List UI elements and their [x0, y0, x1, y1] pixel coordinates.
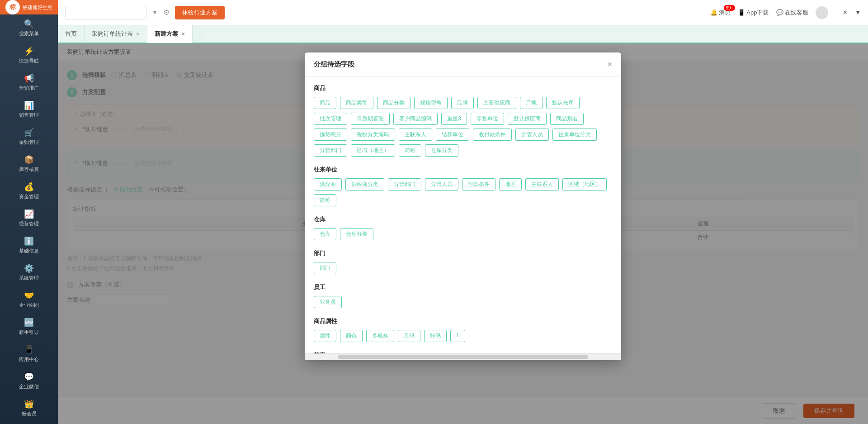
- tab-home[interactable]: 首页: [58, 25, 85, 43]
- modal-scrollbar[interactable]: [305, 353, 621, 360]
- field-tag-5-2[interactable]: 多规格: [366, 330, 394, 342]
- sidebar-bottom: ⚙ ◀◀: [0, 422, 58, 424]
- field-grid-0: 商品商品类型商品分类规格型号品牌主要供应商产地默认仓库批次管理保质期管理客户商品…: [314, 97, 612, 157]
- sidebar-icon-2: 📢: [24, 73, 34, 83]
- sidebar-logo[interactable]: 标 畅捷通好生意: [0, 0, 58, 14]
- tab-close-purchase[interactable]: ✕: [136, 31, 140, 37]
- topbar-settings-icon[interactable]: ⚙: [163, 8, 170, 17]
- field-tag-0-17[interactable]: 主联系人: [399, 129, 432, 141]
- field-tag-5-0[interactable]: 属性: [314, 330, 336, 342]
- field-tag-0-10[interactable]: 客户商品编码: [393, 113, 438, 125]
- sidebar-item-7[interactable]: 📈经营管理: [0, 205, 58, 232]
- tab-close-new-plan[interactable]: ✕: [181, 31, 185, 37]
- field-tag-0-11[interactable]: 重量3: [441, 113, 467, 125]
- field-tag-5-5[interactable]: 1: [450, 330, 465, 342]
- field-grid-4: 业务员: [314, 296, 612, 308]
- sidebar-label-4: 采购管理: [19, 139, 39, 146]
- sidebar-item-8[interactable]: ℹ️基础信息: [0, 232, 58, 259]
- field-section-2: 仓库仓库仓库分类: [314, 215, 612, 240]
- online-service-link[interactable]: 💬 在线客服: [776, 9, 809, 17]
- field-tag-0-18[interactable]: 结算单位: [436, 129, 469, 141]
- field-tag-0-2[interactable]: 商品分类: [377, 97, 410, 109]
- search-input[interactable]: [65, 6, 146, 19]
- field-tag-0-14[interactable]: 商品别名: [550, 113, 584, 125]
- notification-badge[interactable]: 🔔 99+ 消息: [710, 9, 731, 17]
- field-tag-0-25[interactable]: 仓库分类: [425, 144, 458, 157]
- field-tag-0-24[interactable]: 简称: [399, 144, 421, 157]
- sidebar-label-13: 企业微信: [19, 383, 39, 390]
- service-icon: 💬: [776, 9, 783, 16]
- field-tag-0-9[interactable]: 保质期管理: [351, 113, 390, 125]
- sidebar-icon-12: 📱: [24, 345, 34, 355]
- modal-close-btn[interactable]: ×: [607, 60, 612, 69]
- app-download-link[interactable]: 📱 App下载: [738, 9, 769, 17]
- content-area: 采购订单统计表方案设置 1 选择模板 汇总表 明细表 交叉统计表 2 方案配置 …: [58, 43, 868, 424]
- sidebar-item-14[interactable]: 👑畅会员: [0, 395, 58, 422]
- field-tag-0-15[interactable]: 拣货积分: [314, 129, 347, 141]
- sidebar-item-1[interactable]: ⚡快捷导航: [0, 42, 58, 69]
- topbar-close-icon[interactable]: ✕: [843, 9, 848, 16]
- field-tag-0-0[interactable]: 商品: [314, 97, 336, 109]
- field-tag-0-19[interactable]: 收付款条件: [473, 129, 512, 141]
- field-tag-1-6[interactable]: 主联系人: [525, 178, 559, 191]
- experience-btn[interactable]: 体验行业方案: [175, 6, 225, 19]
- sidebar-item-9[interactable]: ⚙️系统管理: [0, 259, 58, 286]
- field-tag-1-4[interactable]: 付款条件: [462, 178, 495, 191]
- field-tag-0-13[interactable]: 默认供应商: [508, 113, 547, 125]
- sidebar-item-12[interactable]: 📱应用中心: [0, 340, 58, 367]
- field-tag-1-3[interactable]: 分管人员: [425, 178, 458, 191]
- tab-purchase-order-stats[interactable]: 采购订单统计表 ✕: [85, 25, 147, 43]
- field-tag-0-20[interactable]: 分管人员: [515, 129, 549, 141]
- field-tag-1-0[interactable]: 供应商: [314, 178, 342, 191]
- field-tag-0-22[interactable]: 分管部门: [314, 144, 347, 157]
- field-tag-1-5[interactable]: 地区: [499, 178, 522, 191]
- field-tag-0-16[interactable]: 税收分类编码: [351, 129, 395, 141]
- field-tag-0-1[interactable]: 商品类型: [340, 97, 373, 109]
- field-tag-0-7[interactable]: 默认仓库: [546, 97, 580, 109]
- field-tag-2-0[interactable]: 仓库: [314, 228, 336, 240]
- field-tag-0-3[interactable]: 规格型号: [414, 97, 448, 109]
- sidebar-item-3[interactable]: 📊销售管理: [0, 96, 58, 123]
- field-section-3: 部门部门: [314, 249, 612, 274]
- logo-icon: 标: [5, 0, 20, 14]
- topbar-collapse-icon[interactable]: ▼: [855, 9, 861, 16]
- field-section-4: 员工业务员: [314, 283, 612, 308]
- field-tag-1-7[interactable]: 区域（地区）: [562, 178, 607, 191]
- field-tag-5-4[interactable]: 鞋码: [424, 330, 447, 342]
- field-tag-1-8[interactable]: 简称: [314, 194, 336, 206]
- tab-new-plan[interactable]: 新建方案 ✕: [147, 25, 193, 43]
- topbar-dropdown-icon[interactable]: ▼: [152, 9, 158, 16]
- field-tag-0-6[interactable]: 产地: [520, 97, 542, 109]
- modal-body: 商品商品商品类型商品分类规格型号品牌主要供应商产地默认仓库批次管理保质期管理客户…: [305, 77, 621, 353]
- field-tag-0-23[interactable]: 区域（地区）: [351, 144, 395, 157]
- sidebar-item-4[interactable]: 🛒采购管理: [0, 123, 58, 150]
- tab-add-icon[interactable]: ＋: [193, 30, 209, 38]
- sidebar-item-10[interactable]: 🤝企业协同: [0, 286, 58, 313]
- sidebar-label-5: 库存核算: [19, 166, 39, 173]
- field-tag-4-0[interactable]: 业务员: [314, 296, 342, 308]
- sidebar-item-2[interactable]: 📢营销推广: [0, 69, 58, 96]
- field-tag-2-1[interactable]: 仓库分类: [340, 228, 373, 240]
- field-tag-0-21[interactable]: 往来单位分类: [552, 129, 597, 141]
- field-tag-0-5[interactable]: 主要供应商: [477, 97, 516, 109]
- sidebar-icon-0: 🔍: [24, 19, 34, 29]
- section-title-2: 仓库: [314, 215, 612, 224]
- field-tag-5-3[interactable]: 尺码: [398, 330, 420, 342]
- sidebar-icon-11: 🆕: [24, 318, 34, 328]
- field-tag-1-1[interactable]: 供应商分类: [345, 178, 384, 191]
- field-tag-3-0[interactable]: 部门: [314, 262, 336, 274]
- sidebar-item-6[interactable]: 💰资金管理: [0, 177, 58, 205]
- field-tag-1-2[interactable]: 分管部门: [388, 178, 421, 191]
- sidebar-item-5[interactable]: 📦库存核算: [0, 150, 58, 177]
- sidebar-item-0[interactable]: 🔍搜索菜单: [0, 14, 58, 42]
- sidebar-item-13[interactable]: 💬企业微信: [0, 367, 58, 395]
- sidebar-icon-8: ℹ️: [24, 236, 34, 246]
- field-tag-0-12[interactable]: 零售单位: [471, 113, 504, 125]
- field-tag-0-8[interactable]: 批次管理: [314, 113, 347, 125]
- sidebar-label-0: 搜索菜单: [19, 30, 39, 37]
- field-tag-5-1[interactable]: 颜色: [340, 330, 363, 342]
- user-avatar[interactable]: [816, 6, 828, 19]
- sidebar-item-11[interactable]: 🆕新手引导: [0, 313, 58, 340]
- field-section-1: 往来单位供应商供应商分类分管部门分管人员付款条件地区主联系人区域（地区）简称: [314, 166, 612, 206]
- field-tag-0-4[interactable]: 品牌: [451, 97, 474, 109]
